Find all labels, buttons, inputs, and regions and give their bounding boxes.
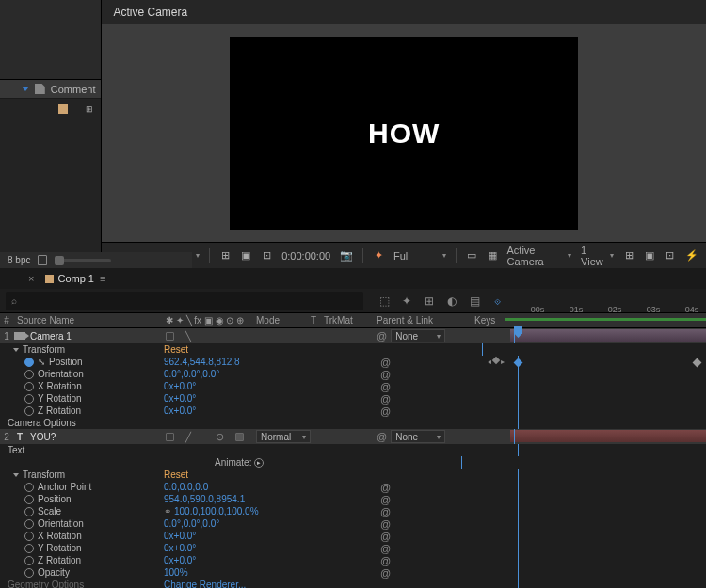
prop-orientation[interactable]: Orientation 0.0°,0.0°,0.0° @	[0, 368, 706, 380]
project-panel: Comment ⊞	[0, 0, 102, 268]
layer-name[interactable]: YOU?	[26, 432, 56, 442]
timeline-panel: × Comp 1 ≡ ⌕ ⬚ ✦ ⊞ ◐ ▤ ⟐ 00s 01s 02s 03s…	[0, 268, 706, 588]
animate-add-icon[interactable]: ▸	[254, 458, 264, 468]
col-parent[interactable]: Parent & Link	[377, 315, 474, 326]
prop-zrotation[interactable]: Z Rotation 0x+0.0° @	[0, 405, 706, 417]
sort-arrow-icon[interactable]	[22, 87, 29, 91]
tl-tool-frame-blend-icon[interactable]: ⊞	[422, 294, 437, 308]
color-mgmt-icon[interactable]: ✦	[373, 249, 384, 262]
search-input[interactable]	[17, 295, 358, 306]
timeline-tabs: × Comp 1 ≡	[0, 268, 706, 289]
tl-tool-shy-icon[interactable]: ⬚	[377, 294, 392, 308]
prop-text[interactable]: Text	[0, 444, 706, 456]
reset-link[interactable]: Reset	[164, 469, 380, 480]
prop-scale[interactable]: Scale ⚭100.0,100.0,100.0% @	[0, 505, 706, 517]
pickwhip-icon[interactable]: @	[377, 431, 387, 442]
pickwhip-icon[interactable]: @	[377, 330, 387, 342]
tab-menu-icon[interactable]: ≡	[100, 273, 105, 284]
change-renderer-link[interactable]: Change Renderer...	[164, 580, 380, 588]
text-layer-icon: T	[13, 431, 26, 442]
viewer-frame[interactable]: HOW	[102, 24, 706, 242]
prop-geometry-options: Geometry Options Change Renderer...	[0, 579, 706, 588]
tl-tool-link-icon[interactable]: ⟐	[489, 294, 505, 308]
add-key-icon[interactable]	[492, 357, 500, 364]
blend-mode-dropdown[interactable]: Normal▾	[256, 430, 311, 443]
layer-row-camera1[interactable]: 1 Camera 1 ╲ @None▾	[0, 328, 706, 343]
parent-dropdown[interactable]: None▾	[391, 430, 445, 443]
view-opt3-icon[interactable]: ⊡	[665, 249, 676, 262]
prop-orientation2[interactable]: Orientation 0.0°,0.0°,0.0° @	[0, 517, 706, 530]
flowchart-icon[interactable]: ⊞	[86, 104, 93, 114]
channel-icon[interactable]: ▣	[240, 249, 251, 262]
prop-yrot2[interactable]: Y Rotation 0x+0.0° @	[0, 542, 706, 554]
view-opt2-icon[interactable]: ▣	[644, 249, 655, 262]
prop-position[interactable]: ⤡Position 962.4,544.8,812.8 @ ◂▸	[0, 356, 706, 368]
prop-opacity[interactable]: Opacity 100% @	[0, 566, 706, 579]
composition-viewer: Active Camera HOW ▭ ▦ ◑ 50%▾ ⊞ ▣ ⊡ 0:00:…	[102, 0, 706, 268]
prop-yrotation[interactable]: Y Rotation 0x+0.0° @	[0, 392, 706, 405]
composition-canvas[interactable]: HOW	[230, 37, 578, 230]
viewer-title: Active Camera	[102, 0, 706, 24]
timeline-columns-header: # Source Name ✱ ✦ ╲ fx ▣ ◉ ⊙ ⊕ Mode T Tr…	[0, 313, 706, 328]
animate-menu[interactable]: Animate:▸	[0, 456, 706, 469]
view-opt1-icon[interactable]: ⊞	[623, 249, 634, 262]
project-preview-area	[0, 0, 101, 80]
exposure-icon[interactable]: ⊡	[261, 249, 272, 262]
trash-icon[interactable]	[38, 255, 47, 265]
col-t[interactable]: T	[311, 315, 324, 326]
constrain-icon[interactable]: ⚭	[164, 506, 171, 516]
tab-label: Comp 1	[57, 273, 94, 284]
resolution-dropdown[interactable]: Full▾	[393, 250, 446, 262]
project-footer: 8 bpc	[0, 252, 192, 268]
views-dropdown[interactable]: 1 View▾	[581, 245, 614, 267]
tl-tool-graph-icon[interactable]: ▤	[467, 294, 482, 308]
fast-preview-icon[interactable]: ⚡	[685, 249, 698, 262]
comment-column-label: Comment	[51, 84, 96, 95]
comp-color-swatch[interactable]	[58, 104, 68, 114]
project-column-header[interactable]: Comment	[0, 80, 101, 99]
stopwatch-icon[interactable]	[24, 370, 34, 379]
project-zoom-slider[interactable]	[55, 259, 111, 262]
position-value[interactable]: 962.4,544.8,812.8	[164, 357, 380, 367]
project-items-area[interactable]: ⊞	[0, 99, 101, 268]
timeline-search[interactable]: ⌕	[6, 292, 363, 310]
pickwhip-icon[interactable]: @	[380, 357, 391, 368]
prop-zrot2[interactable]: Z Rotation 0x+0.0° @	[0, 554, 706, 566]
prop-xrot2[interactable]: X Rotation 0x+0.0° @	[0, 530, 706, 542]
prop-camera-options[interactable]: Camera Options	[0, 417, 706, 429]
tab-close-icon[interactable]: ×	[28, 273, 34, 284]
orientation-value[interactable]: 0.0°,0.0°,0.0°	[164, 369, 380, 379]
current-timecode[interactable]: 0:00:00:00	[281, 250, 330, 262]
prop-xrotation[interactable]: X Rotation 0x+0.0° @	[0, 380, 706, 392]
tab-color-swatch	[45, 275, 54, 283]
transparency-icon[interactable]: ▦	[487, 249, 498, 262]
prop-transform2[interactable]: Transform Reset	[0, 469, 706, 481]
label-icon[interactable]	[35, 84, 45, 94]
viewer-toolbar: ▭ ▦ ◑ 50%▾ ⊞ ▣ ⊡ 0:00:00:00 📷 ✦ Full▾ ▭ …	[102, 242, 706, 268]
camera-icon	[13, 330, 26, 342]
prev-key-icon[interactable]: ◂	[488, 358, 491, 366]
prop-transform[interactable]: Transform Reset	[0, 343, 706, 356]
col-switches[interactable]: ✱ ✦ ╲ fx ▣ ◉ ⊙ ⊕	[162, 315, 256, 326]
layer-row-text[interactable]: 2 T YOU? ╱⊙ Normal▾ @None▾	[0, 429, 706, 444]
prop-position2[interactable]: Position 954.0,590.0,8954.1 @	[0, 493, 706, 505]
col-source[interactable]: Source Name	[13, 315, 162, 326]
reset-link[interactable]: Reset	[164, 344, 380, 355]
tab-comp1[interactable]: Comp 1 ≡	[40, 271, 111, 286]
camera-dropdown[interactable]: Active Camera▾	[507, 245, 572, 267]
prop-anchor[interactable]: Anchor Point 0.0,0.0,0.0 @	[0, 481, 706, 493]
col-mode[interactable]: Mode	[256, 315, 311, 326]
next-key-icon[interactable]: ▸	[501, 358, 505, 366]
stopwatch-icon[interactable]	[24, 358, 34, 367]
col-index[interactable]: #	[0, 315, 13, 326]
tl-tool-motion-blur-icon[interactable]: ◐	[444, 294, 459, 308]
canvas-text-layer: HOW	[368, 118, 440, 150]
parent-dropdown[interactable]: None▾	[391, 329, 445, 342]
bpc-indicator[interactable]: 8 bpc	[8, 255, 30, 265]
tl-tool-fx-icon[interactable]: ✦	[399, 294, 414, 308]
safe-zones-icon[interactable]: ⊞	[219, 249, 231, 262]
snapshot-icon[interactable]: 📷	[340, 249, 353, 262]
layer-name[interactable]: Camera 1	[26, 331, 72, 342]
col-trkmat[interactable]: TrkMat	[324, 315, 377, 326]
region-icon[interactable]: ▭	[466, 249, 477, 262]
